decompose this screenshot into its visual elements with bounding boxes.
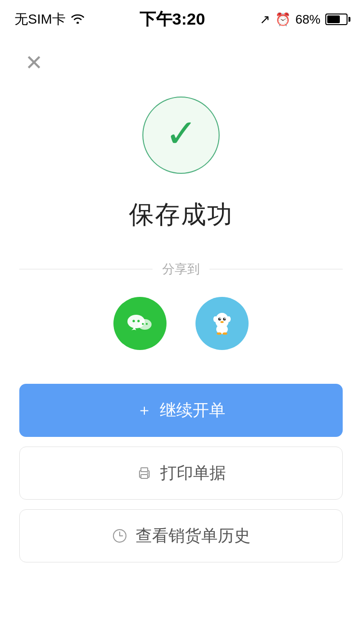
svg-point-14 <box>227 316 231 322</box>
wechat-share-button[interactable] <box>113 297 167 350</box>
svg-point-7 <box>218 318 221 321</box>
svg-rect-19 <box>141 475 148 478</box>
print-label: 打印单据 <box>160 462 226 484</box>
svg-rect-18 <box>141 468 148 472</box>
svg-point-11 <box>221 321 224 323</box>
qq-icon <box>207 308 237 339</box>
svg-point-5 <box>146 323 148 325</box>
history-label: 查看销货单历史 <box>136 525 251 547</box>
success-icon-circle: ✓ <box>142 97 220 174</box>
divider-line-right <box>209 269 343 269</box>
status-time: 下午3:20 <box>139 8 205 30</box>
svg-point-15 <box>217 333 222 335</box>
svg-point-3 <box>138 320 140 322</box>
plus-icon: ＋ <box>137 400 152 421</box>
wifi-icon <box>70 12 85 27</box>
print-button[interactable]: 打印单据 <box>19 447 343 500</box>
history-button[interactable]: 查看销货单历史 <box>19 509 343 562</box>
printer-icon <box>136 465 153 481</box>
continue-label: 继续开单 <box>160 399 225 421</box>
svg-point-8 <box>223 318 226 321</box>
checkmark-icon: ✓ <box>165 114 197 153</box>
share-icons <box>113 297 249 350</box>
close-button[interactable]: ✕ <box>19 48 48 77</box>
svg-point-9 <box>220 318 221 319</box>
history-icon <box>111 528 128 544</box>
location-icon: ↗ <box>260 12 270 27</box>
svg-point-1 <box>138 319 152 330</box>
status-bar: 无SIM卡 下午3:20 ↗ ⏰ 68% <box>0 0 362 39</box>
status-right: ↗ ⏰ 68% <box>260 12 348 27</box>
battery-percent: 68% <box>295 12 320 27</box>
battery-icon <box>325 14 348 25</box>
svg-point-10 <box>224 318 225 319</box>
main-content: ✕ ✓ 保存成功 分享到 <box>0 39 362 644</box>
alarm-icon: ⏰ <box>275 12 291 27</box>
share-label: 分享到 <box>162 261 200 278</box>
success-title: 保存成功 <box>129 198 233 232</box>
wechat-icon <box>125 308 155 339</box>
divider-line-left <box>19 269 153 269</box>
svg-point-16 <box>223 333 227 335</box>
close-icon: ✕ <box>25 52 43 73</box>
svg-point-4 <box>142 323 144 325</box>
status-carrier: 无SIM卡 <box>14 10 85 28</box>
action-buttons: ＋ 继续开单 打印单据 查看销货单历史 <box>19 384 343 562</box>
carrier-text: 无SIM卡 <box>14 10 66 28</box>
qq-share-button[interactable] <box>195 297 249 350</box>
share-divider: 分享到 <box>19 261 343 278</box>
svg-point-2 <box>133 320 135 322</box>
svg-point-13 <box>213 316 217 322</box>
continue-button[interactable]: ＋ 继续开单 <box>19 384 343 437</box>
svg-point-20 <box>147 473 149 474</box>
